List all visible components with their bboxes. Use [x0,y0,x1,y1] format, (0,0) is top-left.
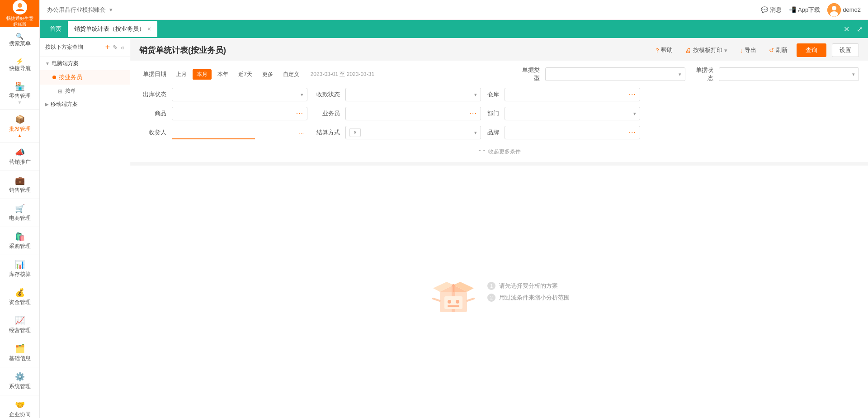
payment-tag: × [349,128,361,137]
sidebar-item-marketing[interactable]: 📣 营销推广 [0,143,39,171]
payment-tag-close[interactable]: × [354,129,357,136]
filter-row-3: 商品 ··· 业务员 ··· 部门 ▾ [139,107,859,120]
empty-inner: 1 请先选择要分析的方案 2 用过滤条件来缩小分析范围 [429,269,570,314]
tab-report[interactable]: 销货单统计表（按业务员） × [68,21,157,37]
breadcrumb-text: 办公用品行业模拟账套 [47,6,106,14]
add-scheme-btn[interactable]: + [105,43,110,52]
breadcrumb-dropdown-icon[interactable]: ▾ [109,6,113,13]
sidebar-item-purchase[interactable]: 🛍️ 采购管理 [0,227,39,255]
date-tab-this-month[interactable]: 本月 [193,69,212,80]
out-status-arrow: ▾ [301,92,303,98]
page-title: 销货单统计表(按业务员) [139,45,226,56]
collapse-arrow-icon: ⌃⌃ [477,149,486,155]
receiver-input[interactable] [172,126,255,139]
date-tab-custom[interactable]: 自定义 [279,69,303,80]
sidebar-item-inventory[interactable]: 📊 库存核算 [0,255,39,283]
payment-select[interactable]: × ▾ [345,126,481,139]
date-tab-this-year[interactable]: 本年 [213,69,232,80]
tab-report-close[interactable]: × [147,26,151,32]
tree-group-arrow: ▼ [45,61,50,66]
date-range-display: 2023-03-01 至 2023-03-31 [311,71,374,78]
topbar-message[interactable]: 💬 消息 [761,6,782,14]
app-logo: 畅捷通好生意 标账版 [0,0,40,27]
left-panel-header: 按以下方案查询 + ✎ « [40,38,130,57]
filter-row-1: 单据日期 上月 本月 本年 近7天 [139,66,859,82]
tab-maximize-icon[interactable]: ⤢ [855,24,864,34]
empty-illustration [429,269,474,314]
sidebar-item-basic[interactable]: 🗂️ 基础信息 [0,339,39,367]
out-status-label: 出库状态 [139,90,166,99]
svg-point-0 [18,3,22,8]
sidebar-item-wholesale[interactable]: 📦 批发管理 ▲ [0,110,39,143]
sidebar-item-finance[interactable]: 💰 资金管理 [0,283,39,311]
warehouse-select[interactable]: ··· [505,88,640,101]
warehouse-dots: ··· [629,90,636,99]
tab-home[interactable]: 首页 [43,21,68,37]
date-label: 单据日期 [139,70,166,78]
sidebar-item-ecommerce[interactable]: 🛒 电商管理 [0,199,39,227]
search-menu[interactable]: 🔍 搜索菜单 [0,27,39,53]
download-icon: 📲 [789,6,796,13]
goods-select[interactable]: ··· [172,107,307,120]
tab-report-label: 销货单统计表（按业务员） [74,25,145,33]
topbar-left: 办公用品行业模拟账套 ▾ [47,6,113,14]
print-icon: 🖨 [685,47,691,54]
user-avatar [827,3,841,17]
page-header: 销货单统计表(按业务员) ? 帮助 🖨 按模板打印 ▾ ↓ 导出 [130,38,868,61]
user-name: demo2 [843,6,861,13]
tree-group-desktop[interactable]: ▼ 电脑端方案 [40,57,130,70]
edit-scheme-icon[interactable]: ✎ [113,44,118,51]
date-tab-more[interactable]: 更多 [258,69,277,80]
sidebar-item-sales[interactable]: 💼 销售管理 [0,171,39,199]
payment-label: 结算方式 [313,128,340,137]
query-button[interactable]: 查询 [797,43,826,57]
dept-arrow: ▾ [633,111,636,117]
collapse-panel-icon[interactable]: « [121,44,124,51]
receiver-dots[interactable]: ··· [299,129,304,136]
export-btn[interactable]: ↓ 导出 [736,44,760,56]
collapse-filters-btn[interactable]: ⌃⌃ 收起更多条件 [139,145,859,158]
sidebar: 畅捷通好生意 标账版 🔍 搜索菜单 ⚡ 快捷导航 🏪 零售管理 ▼ 📦 批发管理… [0,0,40,418]
collect-status-label: 收款状态 [313,90,340,99]
topbar-app-download[interactable]: 📲 App下载 [789,6,820,14]
topbar-user[interactable]: demo2 [827,3,861,17]
sidebar-quick-nav[interactable]: ⚡ 快捷导航 [0,53,39,77]
brand-select[interactable]: ··· [505,126,640,139]
tab-home-label: 首页 [50,25,61,33]
sidebar-item-operation[interactable]: 📈 经营管理 [0,311,39,339]
out-status-select[interactable]: ▾ [172,88,307,101]
brand-label: 品牌 [486,128,499,137]
refresh-btn[interactable]: ↺ 刷新 [765,44,791,56]
type-select[interactable]: ▾ [545,67,685,81]
tree-item-by-salesperson[interactable]: 按业务员 [40,70,130,85]
filter-area: 单据日期 上月 本月 本年 近7天 [130,61,868,162]
svg-line-17 [467,299,474,301]
date-tab-last-month[interactable]: 上月 [172,69,191,80]
brand-dots: ··· [629,128,636,137]
status-select[interactable]: ▾ [719,67,859,81]
tab-close-all-icon[interactable]: ✕ [842,24,851,34]
message-icon: 💬 [761,6,768,13]
salesperson-label: 业务员 [313,109,340,118]
help-btn[interactable]: ? 帮助 [652,44,676,56]
receiver-label: 收货人 [139,128,166,137]
template-print-btn[interactable]: 🖨 按模板打印 ▾ [682,44,731,56]
active-dot [52,76,56,79]
tree-group-mobile[interactable]: ▶ 移动端方案 [40,98,130,111]
date-tab-last7[interactable]: 近7天 [234,69,256,80]
type-select-arrow: ▾ [679,71,681,77]
filter-row-2: 出库状态 ▾ 收款状态 ▾ 仓库 ··· [139,88,859,101]
sidebar-item-retail[interactable]: 🏪 零售管理 ▼ [0,77,39,110]
left-panel: 按以下方案查询 + ✎ « ▼ 电脑端方案 按业务员 ⊞ 按单 ▶ [40,38,130,418]
dept-select[interactable]: ▾ [505,107,640,120]
svg-point-15 [452,284,455,287]
collect-status-select[interactable]: ▾ [345,88,481,101]
svg-line-16 [433,299,440,301]
salesperson-select[interactable]: ··· [345,107,481,120]
tree-group-label-text: 电脑端方案 [52,60,79,67]
sidebar-item-system[interactable]: ⚙️ 系统管理 [0,367,39,395]
tree-item-by-order[interactable]: ⊞ 按单 [40,85,130,98]
sidebar-item-corp[interactable]: 🤝 企业协同 [0,395,39,418]
svg-point-11 [448,300,451,304]
setting-button[interactable]: 设置 [832,43,859,57]
